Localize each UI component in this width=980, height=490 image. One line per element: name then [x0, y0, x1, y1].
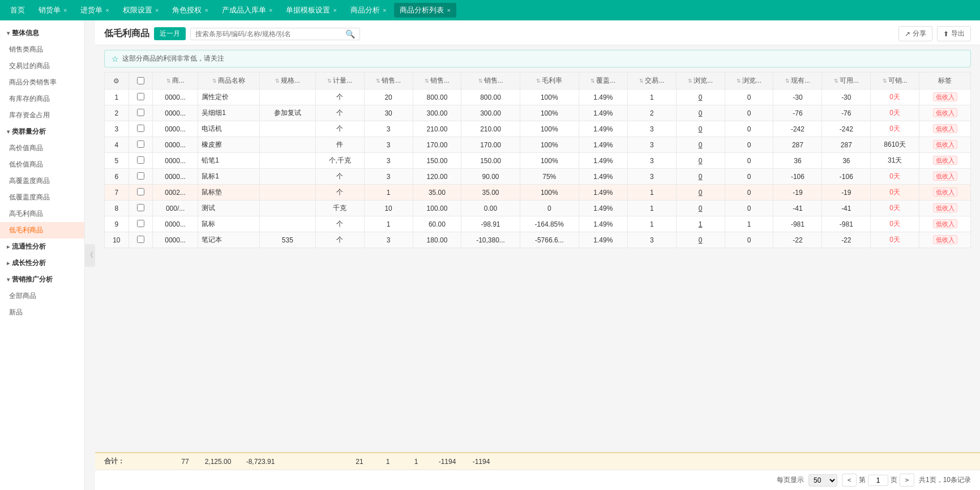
nav-item-home[interactable]: 首页: [5, 3, 31, 18]
row-name[interactable]: 吴细细1: [198, 105, 260, 121]
nav-item-roles[interactable]: 角色授权 ×: [166, 3, 213, 18]
col-coverage[interactable]: ⇅覆盖...: [579, 73, 627, 90]
col-current[interactable]: ⇅现有...: [773, 73, 822, 90]
col-deal[interactable]: ⇅交易...: [627, 73, 676, 90]
select-all-checkbox[interactable]: [137, 77, 144, 84]
arrow-icon-cluster: ▾: [7, 129, 10, 135]
row-gross-rate: 0: [520, 201, 579, 216]
row-checkbox[interactable]: [129, 232, 152, 248]
row-browse1[interactable]: 0: [676, 201, 725, 216]
col-tag[interactable]: 标签: [919, 73, 971, 90]
page-size-select[interactable]: 50 20 100: [808, 474, 837, 487]
sidebar-item-new-products[interactable]: 新品: [0, 304, 84, 321]
row-checkbox[interactable]: [129, 121, 152, 137]
sidebar-item-low-coverage[interactable]: 低覆盖度商品: [0, 189, 84, 206]
row-name[interactable]: 笔记本: [198, 232, 260, 248]
row-name[interactable]: 铅笔1: [198, 153, 260, 169]
row-browse1[interactable]: 1: [676, 216, 725, 232]
sidebar-group-marketing[interactable]: ▾ 营销推广分析: [0, 271, 84, 288]
sidebar-item-inventory-capital[interactable]: 库存资金占用: [0, 107, 84, 123]
col-sale-price[interactable]: ⇅销售...: [413, 73, 461, 90]
filter-recent-month-btn[interactable]: 近一月: [154, 27, 186, 40]
row-browse1[interactable]: 0: [676, 185, 725, 201]
row-checkbox[interactable]: [129, 216, 152, 232]
row-checkbox[interactable]: [129, 90, 152, 105]
sidebar-item-low-value[interactable]: 低价值商品: [0, 156, 84, 173]
nav-item-permissions[interactable]: 权限设置 ×: [117, 3, 164, 18]
share-btn[interactable]: ↗ 分享: [898, 26, 932, 41]
nav-item-product-analysis-list[interactable]: 商品分析列表 ×: [394, 3, 456, 18]
row-name[interactable]: 电话机: [198, 121, 260, 137]
row-checkbox[interactable]: [129, 105, 152, 121]
table-row: 1 0000... 属性定价 个 20 800.00 800.00 100% 1…: [105, 90, 971, 105]
row-checkbox[interactable]: [129, 153, 152, 169]
row-checkbox[interactable]: [129, 185, 152, 201]
sidebar-group-overview[interactable]: ▾ 整体信息: [0, 25, 84, 41]
col-settings[interactable]: ⚙: [105, 73, 129, 90]
sidebar-collapse-btn[interactable]: 《: [85, 244, 95, 267]
sidebar-group-liquidity[interactable]: ▸ 流通性分析: [0, 238, 84, 255]
row-browse1[interactable]: 0: [676, 232, 725, 248]
col-sale-qty[interactable]: ⇅销售...: [364, 73, 413, 90]
nav-close-purchase[interactable]: ×: [104, 7, 109, 14]
row-deal-count: 3: [627, 137, 676, 153]
sidebar-item-category-rate[interactable]: 商品分类销售率: [0, 74, 84, 91]
row-browse1[interactable]: 0: [676, 169, 725, 185]
row-saleable: 0天: [871, 185, 919, 201]
nav-item-template[interactable]: 单据模板设置 ×: [280, 3, 342, 18]
nav-item-purchase[interactable]: 进货单 ×: [75, 3, 114, 18]
nav-close-product-entry[interactable]: ×: [267, 7, 272, 14]
nav-close-product-analysis-list[interactable]: ×: [445, 7, 450, 14]
row-browse2: 0: [725, 232, 773, 248]
col-checkbox[interactable]: [129, 73, 152, 90]
row-browse1[interactable]: 0: [676, 121, 725, 137]
col-available[interactable]: ⇅可用...: [822, 73, 871, 90]
nav-item-product-entry[interactable]: 产成品入库单 ×: [216, 3, 278, 18]
col-spec[interactable]: ⇅规格...: [259, 73, 315, 90]
sidebar-item-high-margin[interactable]: 高毛利商品: [0, 206, 84, 222]
col-browse2[interactable]: ⇅浏览...: [725, 73, 773, 90]
row-browse1[interactable]: 0: [676, 137, 725, 153]
nav-close-roles[interactable]: ×: [203, 7, 208, 14]
row-name[interactable]: 属性定价: [198, 90, 260, 105]
col-name[interactable]: ⇅商品名称: [198, 73, 260, 90]
row-name[interactable]: 橡皮擦: [198, 137, 260, 153]
sidebar-item-traded-products[interactable]: 交易过的商品: [0, 58, 84, 74]
sidebar-item-stocked-products[interactable]: 有库存的商品: [0, 91, 84, 107]
export-btn[interactable]: ⬆ 导出: [937, 26, 971, 41]
nav-close-sales[interactable]: ×: [62, 7, 67, 14]
nav-item-sales[interactable]: 销货单 ×: [33, 3, 72, 18]
row-checkbox[interactable]: [129, 201, 152, 216]
search-input[interactable]: [195, 30, 345, 38]
col-sale-amt[interactable]: ⇅销售...: [461, 73, 520, 90]
col-browse1[interactable]: ⇅浏览...: [676, 73, 725, 90]
sidebar-item-low-margin[interactable]: 低毛利商品: [0, 222, 84, 238]
row-checkbox[interactable]: [129, 169, 152, 185]
page-number-input[interactable]: [868, 475, 888, 486]
sidebar-item-sales-products[interactable]: 销售类商品: [0, 41, 84, 58]
row-browse1[interactable]: 0: [676, 153, 725, 169]
row-checkbox[interactable]: [129, 137, 152, 153]
sidebar-group-growth[interactable]: ▸ 成长性分析: [0, 255, 84, 271]
nav-item-product-analysis[interactable]: 商品分析 ×: [345, 3, 392, 18]
nav-close-template[interactable]: ×: [331, 7, 336, 14]
row-name[interactable]: 测试: [198, 201, 260, 216]
prev-page-btn[interactable]: ＜: [842, 474, 857, 487]
next-page-btn[interactable]: ＞: [900, 474, 914, 487]
sidebar-item-high-value[interactable]: 高价值商品: [0, 140, 84, 156]
col-code[interactable]: ⇅商...: [152, 73, 198, 90]
col-saleable[interactable]: ⇅可销...: [871, 73, 919, 90]
col-unit[interactable]: ⇅计量...: [315, 73, 364, 90]
sidebar-item-high-coverage[interactable]: 高覆盖度商品: [0, 173, 84, 189]
sidebar-group-cluster[interactable]: ▾ 类群量分析: [0, 123, 84, 140]
col-gross-rate[interactable]: ⇅毛利率: [520, 73, 579, 90]
row-browse1[interactable]: 0: [676, 90, 725, 105]
row-name[interactable]: 鼠标1: [198, 169, 260, 185]
row-sale-price: 170.00: [413, 137, 461, 153]
sidebar-item-all-products[interactable]: 全部商品: [0, 288, 84, 304]
nav-close-product-analysis[interactable]: ×: [381, 7, 386, 14]
nav-close-permissions[interactable]: ×: [153, 7, 159, 14]
row-name[interactable]: 鼠标: [198, 216, 260, 232]
row-browse1[interactable]: 0: [676, 105, 725, 121]
row-name[interactable]: 鼠标垫: [198, 185, 260, 201]
